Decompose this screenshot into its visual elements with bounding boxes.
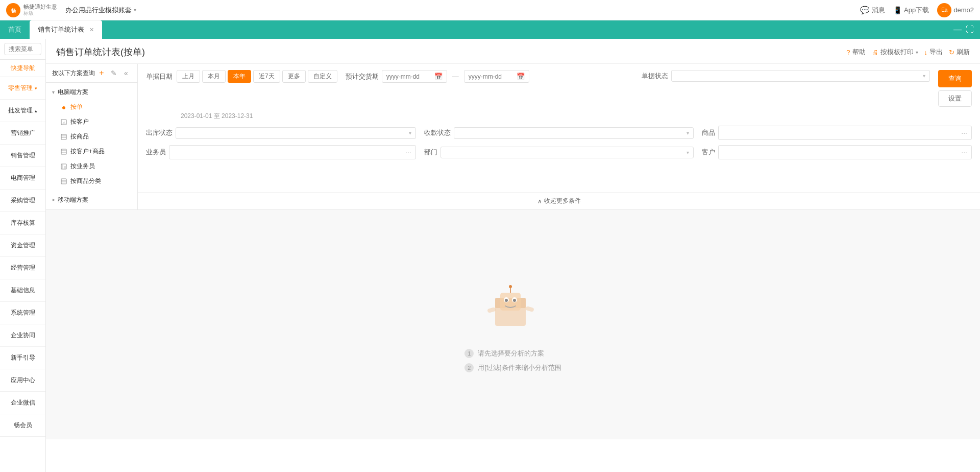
sidebar-item-operations[interactable]: 经营管理 (0, 257, 45, 279)
scheme-item-by-product[interactable]: 按商品 (46, 129, 137, 144)
scheme-item-icon-salesman (60, 163, 67, 170)
message-icon: 💬 (860, 6, 870, 15)
scheme-item-by-order[interactable]: ● 按单 (46, 100, 137, 114)
sidebar-item-marketing[interactable]: 营销推广 (0, 122, 45, 145)
goods-select[interactable]: ··· (718, 126, 972, 140)
date-btn-more[interactable]: 更多 (282, 70, 306, 83)
customer-select[interactable]: ··· (718, 145, 972, 159)
query-button[interactable]: 查询 (938, 70, 972, 87)
scheme-item-by-category[interactable]: 按商品分类 (46, 174, 137, 188)
payment-status-select[interactable]: ▾ (454, 127, 694, 139)
customer-dots-icon[interactable]: ··· (961, 148, 967, 156)
sidebar-item-system[interactable]: 系统管理 (0, 302, 45, 324)
message-btn[interactable]: 💬 消息 (860, 6, 885, 15)
delivery-status-label: 出库状态 (146, 128, 173, 137)
filter-row-2: 出库状态 ▾ 收款状态 ▾ (146, 126, 972, 140)
sidebar-item-purchase[interactable]: 采购管理 (0, 190, 45, 212)
filter-container: 按以下方案查询 + ✎ « ▾ 电脑端方案 (46, 64, 980, 209)
sidebar-item-sales[interactable]: 销售管理 (0, 145, 45, 167)
tip-text-2: 用[过滤]条件来缩小分析范围 (478, 363, 561, 372)
sidebar-item-appstore[interactable]: 应用中心 (0, 369, 45, 392)
page-title: 销售订单统计表(按单) (56, 46, 145, 58)
sidebar-item-basic[interactable]: 基础信息 (0, 279, 45, 302)
scheme-section-mobile[interactable]: ▾ 移动端方案 (46, 193, 137, 207)
department-select[interactable]: ▾ (440, 147, 694, 158)
delivery-date-start-input[interactable] (386, 73, 432, 80)
payment-status-group: 收款状态 ▾ (424, 127, 694, 139)
tab-bar: 首页 销售订单统计表 ✕ — ⛶ (0, 20, 980, 39)
date-range-display: 2023-01-01 至 2023-12-31 (181, 112, 972, 121)
export-btn[interactable]: ↓ 导出 (924, 48, 943, 57)
tab-close-icon[interactable]: ✕ (89, 27, 94, 33)
search-menu-area (0, 39, 45, 60)
sidebar-item-finance[interactable]: 资金管理 (0, 234, 45, 257)
goods-dots-icon[interactable]: ··· (961, 129, 967, 137)
status-select-wrapper: ▾ (671, 70, 930, 82)
svg-rect-7 (61, 149, 66, 154)
salesman-select[interactable]: ··· (169, 145, 416, 159)
help-icon: ? (846, 49, 850, 56)
scheme-item-by-customer[interactable]: 人 按客户 (46, 114, 137, 129)
logo-area: 畅 畅捷通好生意 标版 (6, 3, 57, 17)
sidebar-item-ecommerce[interactable]: 电商管理 (0, 167, 45, 190)
right-content: 销售订单统计表(按单) ? 帮助 🖨 按模板打印 ▾ ↓ 导出 (46, 39, 980, 472)
filter-row-1: 单据日期 上月 本月 本年 近7天 更多 自定义 (146, 70, 972, 107)
date-label: 单据日期 (146, 72, 173, 81)
collapse-icon: ∧ (537, 198, 542, 205)
sidebar-item-inventory[interactable]: 库存核算 (0, 212, 45, 234)
tab-bar-actions: — ⛶ (953, 25, 980, 34)
print-btn[interactable]: 🖨 按模板打印 ▾ (872, 48, 918, 57)
tip-num-2: 2 (464, 363, 474, 372)
scheme-item-by-cust-prod[interactable]: 按客户+商品 (46, 144, 137, 159)
action-btns: 查询 设置 (938, 70, 972, 107)
filter-fields: 单据日期 上月 本月 本年 近7天 更多 自定义 (138, 64, 980, 192)
sidebar-item-retail[interactable]: 零售管理 ▾ (0, 77, 45, 100)
collapse-btn[interactable]: ∧ 收起更多条件 (138, 192, 980, 209)
date-btn-this-year[interactable]: 本年 (228, 70, 251, 83)
refresh-btn[interactable]: ↻ 刷新 (949, 48, 970, 57)
delivery-date-end[interactable]: 📅 (464, 70, 529, 83)
user-profile[interactable]: Ea demo2 (937, 3, 974, 17)
avatar: Ea (937, 3, 951, 17)
window-minimize-icon[interactable]: — (953, 25, 962, 34)
quick-nav-item[interactable]: 快捷导航 (0, 60, 45, 77)
department-arrow: ▾ (687, 150, 689, 155)
tab-sales-stat[interactable]: 销售订单统计表 ✕ (30, 20, 102, 39)
sidebar-item-newbie[interactable]: 新手引导 (0, 347, 45, 369)
delivery-status-select[interactable]: ▾ (176, 127, 416, 139)
scheme-section-desktop[interactable]: ▾ 电脑端方案 (46, 85, 137, 100)
window-maximize-icon[interactable]: ⛶ (966, 25, 974, 34)
sidebar-item-wxwork[interactable]: 企业微信 (0, 392, 45, 414)
delivery-date-start[interactable]: 📅 (382, 70, 447, 83)
help-btn[interactable]: ? 帮助 (846, 48, 865, 57)
logo-text: 畅捷通好生意 标版 (23, 4, 57, 16)
sidebar-item-wholesale[interactable]: 批发管理 ▴ (0, 100, 45, 122)
goods-filter-group: 商品 ··· (702, 126, 972, 140)
filter-row-3: 业务员 ··· 部门 ▾ (146, 145, 972, 159)
sidebar-item-corp[interactable]: 企业协同 (0, 324, 45, 347)
scheme-item-by-salesman[interactable]: 按业务员 (46, 159, 137, 174)
goods-label: 商品 (702, 128, 715, 137)
scheme-collapse-btn[interactable]: « (121, 68, 131, 78)
settings-button[interactable]: 设置 (938, 90, 972, 107)
date-btn-this-month[interactable]: 本月 (202, 70, 226, 83)
tab-home[interactable]: 首页 (0, 20, 30, 39)
date-btn-custom[interactable]: 自定义 (308, 70, 337, 83)
scheme-edit-btn[interactable]: ✎ (109, 68, 119, 78)
print-dropdown-icon: ▾ (916, 50, 918, 55)
svg-rect-13 (61, 179, 66, 184)
salesman-dots-icon[interactable]: ··· (405, 148, 411, 156)
date-btn-last7[interactable]: 近7天 (253, 70, 280, 83)
calendar-icon-start: 📅 (434, 73, 443, 80)
workspace-dropdown[interactable]: 办公用品行业模拟账套 ▾ (61, 4, 140, 17)
delivery-date-end-input[interactable] (469, 73, 514, 80)
date-btn-last-month[interactable]: 上月 (177, 70, 200, 83)
status-select[interactable]: ▾ (671, 70, 930, 82)
app-download-btn[interactable]: 📱 App下载 (893, 6, 929, 15)
svg-point-24 (509, 285, 512, 288)
sidebar-item-member[interactable]: 畅会员 (0, 414, 45, 437)
empty-state: 1 请先选择要分析的方案 2 用[过滤]条件来缩小分析范围 (464, 277, 561, 372)
scheme-add-btn[interactable]: + (96, 68, 107, 78)
search-input[interactable] (4, 43, 41, 55)
status-label: 单据状态 (642, 72, 668, 81)
